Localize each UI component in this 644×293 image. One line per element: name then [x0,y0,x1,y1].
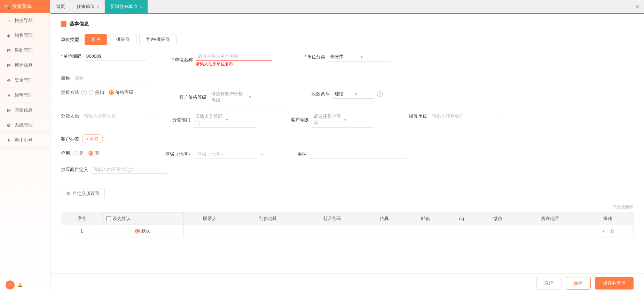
radio-discount[interactable]: 折扣 [89,89,104,96]
payment-terms-select[interactable]: 现结 ▼ [332,89,374,99]
short-name-input[interactable] [73,74,149,82]
save-add-button[interactable]: 保存并新增 [595,277,634,290]
sidebar-item-operations[interactable]: ≡ 经营管理 [0,88,50,103]
add-row-icon[interactable]: ＋ [601,228,606,234]
unit-type-both-btn[interactable]: 客户/供应商 [139,34,176,45]
unit-type-customer-btn[interactable]: 客户 [85,34,107,45]
unit-category-group: *单位分类 未分类 ▼ [305,52,416,62]
required-star-code: * [61,54,63,59]
disabled-group: 停用 是 否 [61,150,158,156]
batch-delete-btn[interactable]: ⊟ 批量删除 [61,204,634,210]
add-tag-btn[interactable]: + 标签 [82,135,103,143]
tab-home[interactable]: 首页 [50,0,71,13]
section-title: 基本信息 [61,21,634,27]
region-more-icon[interactable]: ··· [261,151,267,157]
tab-home-label: 首页 [56,3,65,10]
settlement-unit-label: 结算单位 [409,113,427,119]
settlement-unit-input[interactable] [430,112,493,120]
radio-disabled-yes-circle [73,151,78,156]
add-tag-label: 标签 [90,136,99,142]
delete-row-icon[interactable]: 🗑 [610,228,614,234]
customer-price-level-select[interactable]: 请选择客户价格等级 ▼ [209,89,286,105]
tab-bar: 首页 往来单位 × 新增往来单位 × × [50,0,644,14]
pricing-method-label: 定价方法 [61,89,79,96]
sidebar-item-purchase[interactable]: ⊟ 采购管理 [0,43,50,58]
manager-group: 分管人员 ··· [61,112,165,120]
unit-type-supplier-btn[interactable]: 供应商 [110,34,136,45]
remark-input[interactable] [309,150,407,158]
window-close-btn[interactable]: × [631,3,644,10]
chevron-down-level-icon: ▼ [344,118,372,122]
tab-new-trade-unit-label: 新增往来单位 [110,3,138,10]
customer-level-select[interactable]: 请选择客户等级 ▼ [312,112,374,128]
remark-group: 备注 [298,150,409,158]
td-contact [183,225,236,237]
radio-disabled-yes[interactable]: 是 [73,150,84,156]
tab-trade-units[interactable]: 往来单位 × [71,0,105,13]
region-input[interactable] [195,150,258,158]
select-all-checkbox[interactable] [106,216,111,221]
unit-name-wrap: 请输入往来单位名称 [196,52,272,67]
sidebar-label-quick-nav: 快捷导航 [15,17,33,24]
tab-trade-units-close[interactable]: × [97,5,99,9]
unit-type-row: 单位类型 客户 供应商 客户/供应商 [61,34,634,45]
unit-name-error: 请输入往来单位名称 [196,61,272,67]
pricing-help-icon[interactable]: ? [81,90,87,95]
customer-level-placeholder: 请选择客户等级 [314,113,342,126]
th-actions: 操作 [582,212,633,225]
search-menu-btn[interactable]: 🔍 搜索菜单 [0,0,50,13]
sidebar-item-basic[interactable]: ⊞ 基础信息 [0,103,50,118]
sidebar-label-sales: 销售管理 [15,32,33,39]
customer-level-label: 客户等级 [291,117,309,123]
sidebar-item-finance[interactable]: ⊕ 资金管理 [0,73,50,88]
department-select[interactable]: 请输入分管部门 ▼ [193,112,256,128]
radio-disabled-no[interactable]: 否 [88,150,99,156]
unit-category-value: 未分类 [330,54,359,60]
sidebar-item-newbie[interactable]: ★ 新手引导 [0,133,50,148]
chart-icon: ≡ [6,92,12,98]
form-row-supplier-custom: 供应商自定义 [61,165,634,174]
customize-settings-btn[interactable]: ⚙ 自定义项设置 [61,188,105,199]
th-email: 邮箱 [405,212,446,225]
payment-terms-group: 收款条件 现结 ▼ ? [312,89,423,99]
radio-discount-label: 折扣 [95,89,104,96]
manager-input[interactable] [82,112,144,120]
star-icon: ★ [6,137,12,143]
cancel-button[interactable]: 取消 [536,277,561,290]
unit-category-label: *单位分类 [305,54,325,60]
pricing-method-group: 定价方法 ? 折扣 价格等级 [61,89,172,96]
th-contact: 联系人 [183,212,236,225]
form-row-manager: 分管人员 ··· 分管部门 请输入分管部门 ▼ 客户等级 请选择客户等级 ▼ 结… [61,112,634,128]
disabled-radio-group: 是 否 [73,150,99,156]
unit-category-select[interactable]: 未分类 ▼ [328,52,391,62]
short-name-group: 简称 [61,74,165,82]
required-star-cat: * [305,54,306,59]
radio-price-level[interactable]: 价格等级 [109,89,133,96]
search-icon: 🔍 [4,4,10,9]
save-button[interactable]: 保存 [566,277,591,290]
section-divider [61,181,634,181]
td-address [236,225,300,237]
payment-help-icon[interactable]: ? [377,91,383,97]
unit-name-input[interactable] [196,52,272,60]
radio-price-level-circle [109,90,114,95]
supplier-custom-label: 供应商自定义 [61,166,88,173]
supplier-custom-input[interactable] [91,165,167,174]
unit-code-input[interactable] [84,52,147,60]
sidebar-item-sales[interactable]: ◈ 销售管理 [0,28,50,43]
radio-default-circle [135,229,140,234]
section-icon [61,21,66,27]
sidebar-item-system[interactable]: ⚙ 系统管理 [0,118,50,133]
tab-new-trade-unit-close[interactable]: × [140,5,142,9]
th-wechat: 微信 [477,212,518,225]
sidebar-label-inventory: 库存核算 [15,62,33,68]
settlement-more-icon[interactable]: ··· [495,113,502,119]
sidebar-item-inventory[interactable]: ⊞ 库存核算 [0,58,50,73]
unit-name-label: *单位名称 [172,57,193,63]
manager-more-icon[interactable]: ··· [147,113,154,119]
sidebar-item-quick-nav[interactable]: ⌂ 快捷导航 [0,13,50,28]
unit-name-group: *单位名称 请输入往来单位名称 [172,52,298,67]
search-menu-label: 搜索菜单 [12,3,32,10]
radio-default[interactable]: 默认 [135,228,150,234]
tab-new-trade-unit[interactable]: 新增往来单位 × [105,0,148,13]
